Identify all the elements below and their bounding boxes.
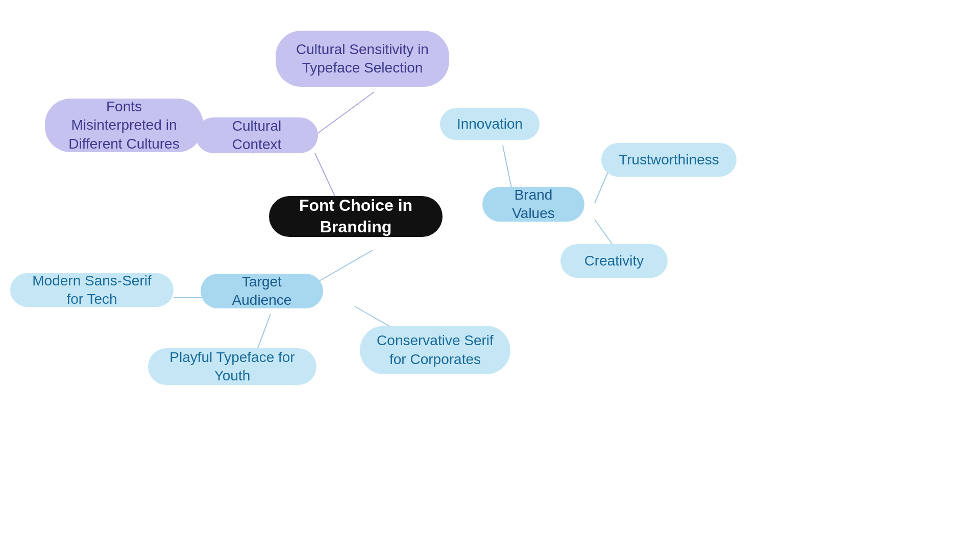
conservative-serif-label: Conservative Serif for Corporates — [374, 331, 496, 369]
playful-typeface-node: Playful Typeface for Youth — [148, 348, 316, 385]
modern-sansserif-label: Modern Sans-Serif for Tech — [24, 272, 159, 309]
playful-typeface-label: Playful Typeface for Youth — [162, 348, 302, 386]
cultural-sensitivity-label: Cultural Sensitivity in Typeface Selecti… — [290, 40, 435, 78]
cultural-context-label: Cultural Context — [210, 117, 304, 154]
cultural-sensitivity-node: Cultural Sensitivity in Typeface Selecti… — [276, 31, 449, 87]
creativity-node: Creativity — [560, 244, 668, 278]
center-node: Font Choice in Branding — [269, 196, 443, 237]
cultural-context-node: Cultural Context — [195, 117, 318, 153]
brand-values-node: Brand Values — [482, 187, 584, 222]
target-audience-node: Target Audience — [201, 274, 323, 308]
modern-sansserif-node: Modern Sans-Serif for Tech — [10, 273, 174, 307]
creativity-label: Creativity — [584, 252, 644, 270]
trustworthiness-node: Trustworthiness — [601, 143, 737, 177]
target-audience-label: Target Audience — [215, 273, 309, 310]
innovation-label: Innovation — [457, 115, 523, 133]
conservative-serif-node: Conservative Serif for Corporates — [360, 326, 510, 374]
brand-values-label: Brand Values — [497, 186, 570, 223]
innovation-node: Innovation — [440, 108, 540, 140]
center-node-label: Font Choice in Branding — [296, 195, 416, 237]
trustworthiness-label: Trustworthiness — [619, 151, 719, 169]
fonts-misinterpreted-label: Fonts Misinterpreted in Different Cultur… — [59, 98, 189, 153]
fonts-misinterpreted-node: Fonts Misinterpreted in Different Cultur… — [45, 99, 203, 152]
svg-line-1 — [315, 92, 374, 135]
